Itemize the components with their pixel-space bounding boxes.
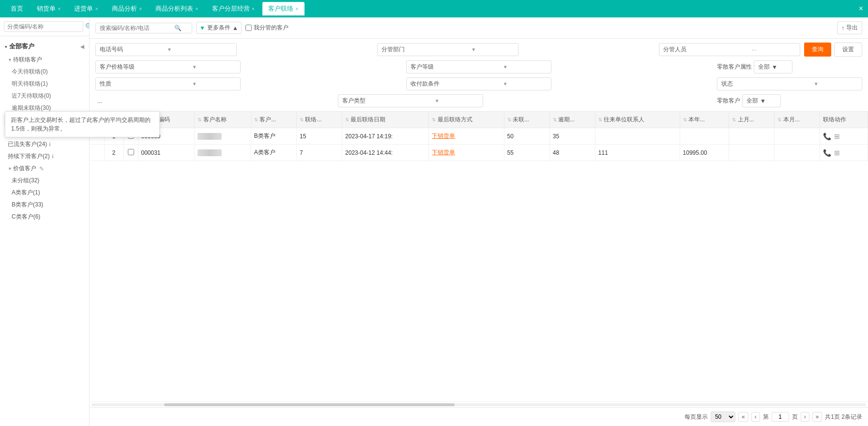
row2-this-month [775,145,820,161]
retail-customer-select[interactable]: 全部 ▼ [742,94,781,107]
table-area: ⚙ ⇅ 客户编码 ⇅ 客户名称 [90,112,868,401]
export-button[interactable]: ↑ 导出 [837,21,862,34]
sidebar-item-c-class[interactable]: C类客户(6) [4,211,89,223]
th-last-contact-method[interactable]: ⇅ 最后联络方式 [429,112,504,128]
th-uncontacted[interactable]: ⇅ 未联... [504,112,549,128]
sort-icon: ⇅ [732,117,736,122]
filter-dept[interactable]: 分管部门 ▼ [377,43,518,56]
filter-customer-type[interactable]: 客户类型 ▼ [338,94,483,107]
tab-home[interactable]: 首页 [5,2,29,15]
caret-icon: ▲ [232,25,238,31]
export-icon: ↑ [841,25,844,31]
th-contact[interactable]: ⇅ 联络... [296,112,342,128]
sort-icon: ⇅ [198,117,201,122]
row2-contact-method-link[interactable]: 下销货单 [432,149,455,156]
tooltip: 距客户上次交易时长，超过了此客户的平均交易周期的1.5倍，则视为异常。 [5,111,160,137]
tab-analysis[interactable]: 商品分析 × [106,2,148,15]
row1-more-icon[interactable]: ⊞ [834,132,840,140]
continuous-down-info-icon[interactable]: ℹ [52,154,54,159]
sidebar-item-continuous-down[interactable]: 持续下滑客户(2) ℹ [4,150,89,162]
th-unit-contacts[interactable]: ⇅ 往来单位联系人 [595,112,680,128]
sidebar-item-today-pending[interactable]: 今天待联络(0) [4,66,89,78]
sidebar-search-button[interactable]: 🔍 [85,23,90,30]
my-customers-checkbox[interactable] [245,25,252,31]
sidebar-item-b-class[interactable]: B类客户(33) [4,199,89,211]
search-input[interactable] [100,25,172,31]
more-conditions-btn[interactable]: ▼ 更多条件 ▲ [196,22,242,34]
page-input[interactable] [772,412,789,422]
th-name[interactable]: ⇅ 客户名称 [195,112,251,128]
filter-gender[interactable]: 性质 ▼ [95,77,241,90]
collapse-icon[interactable]: ◀ [80,44,84,49]
row2-last-contact-date: 2023-04-12 14:44: [342,145,429,161]
query-button[interactable]: 查询 [804,43,831,57]
th-this-month[interactable]: ⇅ 本月... [775,112,820,128]
th-last-contact-date[interactable]: ⇅ 最后联络日期 [342,112,429,128]
filter-customer-level[interactable]: 客户等级 ▼ [406,60,551,73]
pending-contact-title[interactable]: ▼ 待联络客户 [4,54,89,66]
th-last-month[interactable]: ⇅ 上月... [729,112,775,128]
th-this-year[interactable]: ⇅ 本年... [680,112,729,128]
row1-last-contact-date: 2023-04-17 14:19: [342,128,429,145]
edit-icon[interactable]: ✎ [39,165,44,172]
horizontal-scrollbar[interactable] [90,401,868,407]
next-page-button[interactable]: › [801,412,809,422]
tab-sales[interactable]: 销货单 × [31,2,66,15]
sidebar-item-ungrouped[interactable]: 未分组(32) [4,175,89,187]
first-page-button[interactable]: « [738,412,748,422]
row2-unit-contacts: 111 [595,145,680,161]
sort-icon: ⇅ [432,117,436,122]
row1-unit-contacts [595,128,680,145]
filter-price-level[interactable]: 客户价格等级 ▼ [95,60,241,73]
sidebar-item-tomorrow-pending[interactable]: 明天待联络(1) [4,78,89,90]
close-tab-purchase[interactable]: × [95,6,98,12]
page-size-select[interactable]: 50 10 20 100 [711,411,735,422]
retail-attr-select[interactable]: 全部 ▼ [754,60,792,73]
row2-check[interactable] [123,145,138,161]
sidebar-search-input[interactable] [4,21,83,32]
row2-phone-icon[interactable]: 📞 [823,149,831,157]
tab-analysis-list[interactable]: 商品分析列表 × [150,2,204,15]
row1-actions: 📞 ⊞ [820,128,868,145]
close-tab-customer-segment[interactable]: × [252,6,255,12]
sort-icon: ⇅ [553,117,557,122]
close-tab-customer-contact[interactable]: × [295,6,298,12]
sidebar-all-customers[interactable]: ▪ 全部客户 ◀ [0,39,89,54]
customers-table: ⚙ ⇅ 客户编码 ⇅ 客户名称 [90,112,868,161]
filter-manager[interactable]: 分管人员 ··· [659,43,800,56]
tab-customer-segment[interactable]: 客户分层经营 × [206,2,260,15]
row2-checkbox[interactable] [128,149,134,155]
row1-uncontacted: 50 [504,128,549,145]
filter-payment[interactable]: 收付款条件 ▼ [406,77,551,90]
row2-code: 000031 [138,145,195,161]
sort-icon: ⇅ [683,117,687,122]
prev-page-button[interactable]: ‹ [751,412,760,422]
filter-more-button[interactable]: ... [95,96,104,106]
row1-phone-icon[interactable]: 📞 [823,132,831,140]
value-customers-title[interactable]: ▼ 价值客户 ✎ [4,162,89,175]
settings-button[interactable]: 设置 [834,43,862,57]
th-overdue[interactable]: ⇅ 逾期... [549,112,595,128]
filter-phone[interactable]: 电话号码 ▼ [95,43,237,56]
th-type[interactable]: ⇅ 客户... [251,112,296,128]
sidebar-item-7day-pending[interactable]: 近7天待联络(0) [4,90,89,102]
row2-last-contact-method: 下销货单 [429,145,504,161]
app-close-button[interactable]: × [859,4,863,13]
filter-status[interactable]: 状态 ▼ [717,77,862,90]
row2-type: A类客户 [251,145,296,161]
row2-more-icon[interactable]: ⊞ [834,149,840,157]
tab-purchase[interactable]: 进货单 × [68,2,104,15]
close-tab-analysis[interactable]: × [139,6,142,12]
sidebar-item-a-class[interactable]: A类客户(1) [4,187,89,199]
row1-contact-method-link[interactable]: 下销货单 [432,132,455,139]
sort-icon: ⇅ [777,117,781,122]
close-tab-sales[interactable]: × [58,6,61,12]
sidebar-item-already-lost[interactable]: 已流失客户(24) ℹ [4,138,89,150]
my-customers-filter: 我分管的客户 [245,24,289,32]
close-tab-analysis-list[interactable]: × [195,6,198,12]
row2-name [195,145,251,161]
last-page-button[interactable]: » [812,412,822,422]
sidebar-value-group: ▼ 价值客户 ✎ 未分组(32) A类客户(1) B类客户(33) C类客户(6… [0,162,89,223]
already-lost-info-icon[interactable]: ℹ [49,142,51,147]
tab-customer-contact[interactable]: 客户联络 × [262,2,304,15]
